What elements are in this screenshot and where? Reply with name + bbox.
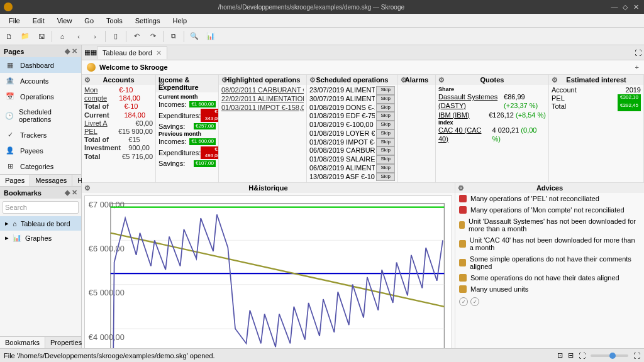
search-input[interactable]: Search xyxy=(3,201,79,214)
expand-icon[interactable]: ⛶ xyxy=(635,49,641,57)
skip-button[interactable]: Skip xyxy=(376,155,395,164)
advice-item[interactable]: Some operations do not have their dates … xyxy=(455,272,644,283)
bookmark-item[interactable]: ▸⌂Tableau de bord xyxy=(0,216,81,231)
advice-item[interactable]: Many operations of 'PEL' not reconciliat… xyxy=(455,193,644,204)
gear-icon[interactable]: ⚙ xyxy=(221,76,228,84)
income-value: €107,00 xyxy=(194,160,216,167)
skip-button[interactable]: Skip xyxy=(376,146,395,155)
open-icon[interactable]: 📁 xyxy=(19,30,31,43)
chevron-icon: ▸ xyxy=(5,234,9,242)
status-icon[interactable]: ⛶ xyxy=(579,352,586,359)
highlighted-link[interactable]: 08/02/2011 CARBURANT €-50,00 xyxy=(221,86,304,95)
skip-button[interactable]: Skip xyxy=(376,104,395,112)
quote-name[interactable]: IBM (IBM) xyxy=(438,111,470,119)
pin-icon[interactable]: ◆ xyxy=(65,47,70,55)
account-label[interactable]: PEL xyxy=(84,128,97,136)
advice-check-icon[interactable]: ✓ xyxy=(459,297,468,306)
gear-icon[interactable]: ⚙ xyxy=(158,80,165,88)
severity-icon xyxy=(459,285,467,293)
advice-item[interactable]: Some simple operations do not have their… xyxy=(455,253,644,272)
titlebar: /home/s/Developpements/skrooge/examples/… xyxy=(0,0,644,14)
income-value: €1 343,00 xyxy=(201,109,218,122)
panel-close-icon[interactable]: ✕ xyxy=(72,47,77,55)
tab-nav-icon[interactable]: ▦ xyxy=(84,48,91,57)
advice-item[interactable]: Unit 'CAC 40' has not been downloaded fo… xyxy=(455,234,644,253)
account-label[interactable]: Livret A xyxy=(84,119,108,128)
panel-close-icon[interactable]: ✕ xyxy=(72,189,77,196)
advice-item[interactable]: Many operations of 'Mon compte' not reco… xyxy=(455,204,644,216)
skip-button[interactable]: Skip xyxy=(376,173,395,182)
advice-item[interactable]: Many unused units xyxy=(455,283,644,295)
gear-icon[interactable]: ⚙ xyxy=(401,76,407,84)
skip-button[interactable]: Skip xyxy=(376,138,395,147)
sidebar-item[interactable]: 🏦Accounts xyxy=(0,73,81,89)
forward-icon[interactable]: › xyxy=(89,30,101,43)
gear-icon[interactable]: ⚙ xyxy=(458,184,464,192)
gear-icon[interactable]: ⚙ xyxy=(84,76,91,84)
tab-nav-icon[interactable]: ▦ xyxy=(91,48,97,57)
sidebar-item[interactable]: 👤Payees xyxy=(0,143,81,158)
report-icon[interactable]: 📊 xyxy=(204,30,217,43)
save-icon[interactable]: 🖫 xyxy=(35,30,48,43)
tab-messages[interactable]: Messages xyxy=(30,175,72,186)
zoom-slider[interactable] xyxy=(591,354,628,357)
skip-button[interactable]: Skip xyxy=(376,129,395,138)
search-icon[interactable]: 🔍 xyxy=(188,30,201,43)
gear-icon[interactable]: ⚙ xyxy=(552,76,558,84)
fullscreen-icon[interactable]: ⛶ xyxy=(633,352,640,359)
severity-icon xyxy=(459,221,465,229)
sidebar-item[interactable]: 🕒Scheduled operations xyxy=(0,104,81,127)
menu-tools[interactable]: Tools xyxy=(100,15,129,26)
back-icon[interactable]: ‹ xyxy=(72,30,85,43)
close-button[interactable]: ✕ xyxy=(631,3,640,11)
skip-button[interactable]: Skip xyxy=(376,86,395,95)
gear-icon[interactable]: ⚙ xyxy=(84,184,91,192)
chart-area[interactable]: €7 000,00 €6 000,00 €5 000,00 €4 000,00 … xyxy=(84,195,452,348)
redo-icon[interactable]: ↷ xyxy=(147,30,159,43)
advice-item[interactable]: Unit 'Dassault Systemes' has not been do… xyxy=(455,216,644,234)
quote-name[interactable]: CAC 40 (CAC 40) xyxy=(438,126,492,144)
account-row: Total of Current€-10 184,00 xyxy=(84,102,153,119)
menu-help[interactable]: Help xyxy=(166,15,193,26)
sidebar-item[interactable]: 📅Operations xyxy=(0,89,81,104)
skip-button[interactable]: Skip xyxy=(376,112,395,121)
menu-settings[interactable]: Settings xyxy=(129,15,167,26)
tab-pages[interactable]: Pages xyxy=(0,175,30,186)
tab-close-icon[interactable]: ✕ xyxy=(156,49,162,57)
menu-edit[interactable]: Edit xyxy=(26,15,51,26)
skip-button[interactable]: Skip xyxy=(376,95,395,104)
pin-icon[interactable]: ◆ xyxy=(65,189,70,196)
sidebar-item[interactable]: ⊞Categories xyxy=(0,158,81,174)
account-label[interactable]: Mon compte xyxy=(84,86,119,102)
content-tab[interactable]: Tableau de bord ✕ xyxy=(97,47,167,59)
quote-name[interactable]: Dassault Systemes (DASTY) xyxy=(438,92,504,111)
app-orb-icon xyxy=(87,63,96,72)
bookmark-item[interactable]: ▸📊Graphes xyxy=(0,231,81,245)
status-icon[interactable]: ⊟ xyxy=(568,351,574,359)
copy-icon[interactable]: ⧉ xyxy=(167,30,180,43)
new-icon[interactable]: 🗋 xyxy=(3,30,15,43)
menu-go[interactable]: Go xyxy=(78,15,100,26)
sidebar-item[interactable]: ▦Dashboard xyxy=(0,57,81,73)
skip-button[interactable]: Skip xyxy=(376,164,395,173)
maximize-button[interactable]: ◇ xyxy=(621,3,630,11)
skip-button[interactable]: Skip xyxy=(376,121,395,129)
svg-text:€4 000,00: €4 000,00 xyxy=(89,332,125,342)
sidebar-item[interactable]: ✓Trackers xyxy=(0,127,81,143)
nav-label: Dashboard xyxy=(20,62,54,69)
menu-view[interactable]: View xyxy=(51,15,79,26)
highlighted-link[interactable]: 22/02/2011 ALIMENTATION €-100,00 xyxy=(221,95,304,104)
add-widget-icon[interactable]: + xyxy=(635,63,639,71)
advice-check-icon[interactable]: ✓ xyxy=(470,297,479,306)
minimize-button[interactable]: — xyxy=(610,3,619,11)
menu-file[interactable]: File xyxy=(3,15,26,26)
gear-icon[interactable]: ⚙ xyxy=(438,76,445,84)
home-icon[interactable]: ⌂ xyxy=(56,30,69,43)
undo-icon[interactable]: ↶ xyxy=(130,30,143,43)
device-icon[interactable]: ▯ xyxy=(109,30,122,43)
tab-bookmarks[interactable]: Bookmarks xyxy=(0,337,45,348)
highlighted-link[interactable]: 01/03/2011 IMPOT €-158,00 xyxy=(221,104,304,112)
gear-icon[interactable]: ⚙ xyxy=(309,76,316,84)
widget-scheduled: ⚙Scheduled operations 23/07/2019 ALIMENT… xyxy=(307,75,398,182)
status-icon[interactable]: ⊡ xyxy=(557,351,563,359)
